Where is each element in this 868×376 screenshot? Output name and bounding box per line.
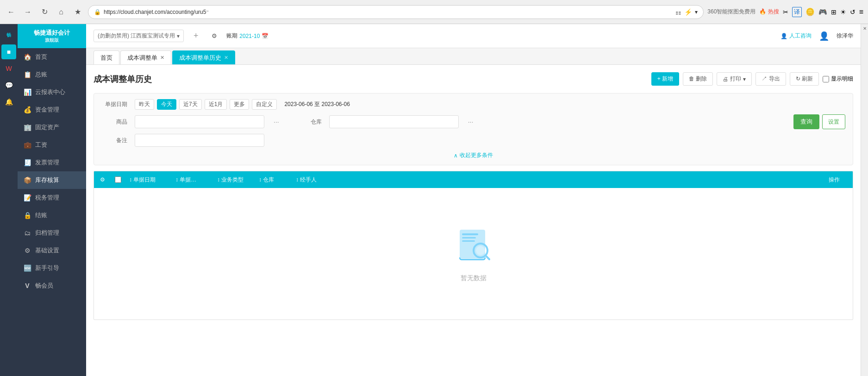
remark-input[interactable]: [135, 134, 264, 147]
delete-button[interactable]: 🗑 删除: [683, 72, 713, 86]
th-handler-label: ↕ 经手人: [296, 176, 317, 184]
warehouse-filter-label: 仓库: [296, 118, 322, 126]
address-bar[interactable]: 🔒 https://cloud.chanjet.com/accounting/u…: [88, 5, 704, 19]
sidebar-label-tax: 税务管理: [35, 194, 59, 202]
browser-actions: 360智能抠图免费用 🔥 热搜 ✂ 译 🪙 🎮 ⊞ ☀ ↺ ≡: [707, 7, 863, 17]
add-company-button[interactable]: +: [189, 30, 202, 43]
dashboard-icon[interactable]: ■: [1, 44, 16, 59]
sidebar-item-reports[interactable]: 📊 云报表中心: [18, 83, 86, 101]
date-from: 2023-06-06: [284, 101, 312, 107]
goods-more-icon[interactable]: ···: [272, 118, 281, 125]
sidebar-item-closing[interactable]: 🔒 结账: [18, 207, 86, 224]
th-handler[interactable]: ↕ 经手人: [292, 176, 334, 184]
date-more[interactable]: 更多: [230, 99, 249, 110]
collapse-button[interactable]: ∧ 收起更多条件: [101, 151, 845, 159]
sidebar-item-ledger[interactable]: 📋 总账: [18, 66, 86, 83]
print-label: 打印: [730, 75, 741, 83]
data-table: ⚙ ↕ 单据日期 ↕ 单据… ↕ 业务类型 ↕ 仓库: [94, 171, 853, 320]
sidebar-logo: 畅捷通好会计 旗舰版: [18, 24, 86, 48]
period-value: 2021-10: [239, 33, 260, 39]
weibo-icon[interactable]: W: [1, 61, 16, 76]
assets-icon: 🏢: [23, 124, 31, 131]
query-button[interactable]: 查询: [793, 114, 819, 129]
warehouse-more-icon[interactable]: ···: [466, 118, 475, 125]
select-all-checkbox[interactable]: [115, 176, 121, 183]
print-button[interactable]: 🖨 打印 ▾: [717, 72, 752, 86]
sidebar-label-assets: 固定资产: [35, 123, 59, 132]
sidebar-item-archive[interactable]: 🗂 归档管理: [18, 224, 86, 242]
sidebar-item-salary[interactable]: 💼 工资: [18, 136, 86, 154]
empty-state: 暂无数据: [94, 188, 853, 320]
base-icon: ⚙: [23, 247, 31, 254]
tab-cost-adjust-close[interactable]: ✕: [160, 55, 164, 61]
date-7days[interactable]: 近7天: [179, 99, 202, 110]
date-today[interactable]: 今天: [157, 99, 176, 110]
tab-cost-adjust-history[interactable]: 成本调整单历史 ✕: [172, 50, 235, 64]
forward-button[interactable]: →: [21, 6, 34, 19]
date-yesterday[interactable]: 昨天: [135, 99, 154, 110]
tab-home[interactable]: 首页: [94, 50, 119, 64]
company-settings-button[interactable]: ⚙: [208, 30, 221, 43]
refresh-button[interactable]: ↻ 刷新: [790, 72, 819, 86]
export-button[interactable]: ↗ 导出: [756, 72, 786, 86]
sidebar-item-base[interactable]: ⚙ 基础设置: [18, 242, 86, 259]
date-1month[interactable]: 近1月: [205, 99, 227, 110]
period-label: 账期: [226, 32, 237, 40]
calendar-icon: 📅: [262, 33, 269, 39]
display-cols-checkbox[interactable]: [823, 76, 829, 82]
sidebar-item-home[interactable]: 🏠 首页: [18, 48, 86, 66]
date-separator: 至: [314, 101, 321, 107]
th-check[interactable]: [111, 176, 125, 183]
tab-bar: 首页 成本调整单 ✕ 成本调整单历史 ✕: [86, 48, 861, 65]
th-settings[interactable]: ⚙: [94, 176, 111, 183]
sidebar-label-ledger: 总账: [35, 70, 47, 79]
sidebar-item-guide[interactable]: 🆕 新手引导: [18, 259, 86, 277]
display-cols-label: 显示明细: [823, 75, 853, 83]
reload-button[interactable]: ↻: [38, 6, 51, 19]
main-area: (勿删勿禁用) 江西服宝测试专用 ▾ + ⚙ 账期 2021-10 📅 👤 人工…: [86, 24, 861, 376]
sidebar-item-assets[interactable]: 🏢 固定资产: [18, 119, 86, 136]
date-custom[interactable]: 自定义: [252, 99, 277, 110]
sidebar-item-vip[interactable]: V 畅会员: [18, 277, 86, 295]
tab-cost-adjust[interactable]: 成本调整单 ✕: [120, 50, 171, 64]
th-type[interactable]: ↕ 业务类型: [213, 176, 255, 184]
sidebar-item-funds[interactable]: 💰 资金管理: [18, 101, 86, 119]
goods-input[interactable]: [135, 115, 264, 128]
dropdown-icon: ▾: [695, 9, 698, 15]
sidebar-item-invoice[interactable]: 🧾 发票管理: [18, 154, 86, 171]
th-warehouse[interactable]: ↕ 仓库: [255, 176, 292, 184]
company-name: (勿删勿禁用) 江西服宝测试专用: [98, 32, 175, 40]
ssl-icon: 🔒: [94, 9, 101, 15]
home-icon: 🏠: [23, 53, 31, 61]
sidebar-item-inventory[interactable]: 📦 库存核算: [18, 171, 86, 189]
filter-row-goods-warehouse: 商品 ··· 仓库 ··· 查询 设置: [101, 114, 845, 129]
sidebar: 畅捷通好会计 旗舰版 🏠 首页 📋 总账 📊 云报表中心 💰 资金管理: [18, 24, 86, 376]
settings-filter-button[interactable]: 设置: [822, 114, 845, 129]
tab-cost-adjust-history-close[interactable]: ✕: [224, 55, 228, 61]
chat-icon[interactable]: 💬: [1, 78, 16, 93]
coin-icon: 🪙: [806, 7, 815, 16]
star-button[interactable]: ★: [71, 6, 84, 19]
notification-icon[interactable]: 🔔: [1, 94, 16, 109]
new-button[interactable]: + 新增: [651, 72, 679, 86]
right-close-button[interactable]: ✕: [863, 26, 867, 31]
company-selector[interactable]: (勿删勿禁用) 江西服宝测试专用 ▾: [94, 30, 184, 42]
th-date[interactable]: ↕ 单据日期: [125, 176, 172, 184]
date-to: 2023-06-06: [321, 101, 350, 107]
th-num[interactable]: ↕ 单据…: [172, 176, 213, 184]
th-ops-label: 操作: [829, 176, 840, 184]
page-content: 成本调整单历史 + 新增 🗑 删除 🖨 打印 ▾ ↗ 导出 ↻ 刷新 显示明细: [86, 65, 861, 376]
home-button[interactable]: ⌂: [55, 6, 68, 19]
help-button[interactable]: 👤 人工咨询: [781, 32, 812, 40]
th-ops: 操作: [825, 176, 853, 184]
sidebar-label-invoice: 发票管理: [35, 158, 59, 167]
warehouse-input[interactable]: [329, 115, 459, 128]
sidebar-label-guide: 新手引导: [35, 264, 59, 272]
page-title: 成本调整单历史: [94, 74, 152, 85]
sidebar-label-archive: 归档管理: [35, 229, 59, 237]
sidebar-item-tax[interactable]: 📝 税务管理: [18, 189, 86, 207]
hot-label: 🔥 热搜: [759, 8, 779, 16]
back-button[interactable]: ←: [5, 6, 18, 19]
period-selector[interactable]: 账期 2021-10 📅: [226, 32, 269, 40]
url-display: https://cloud.chanjet.com/accounting/uru…: [104, 9, 209, 15]
